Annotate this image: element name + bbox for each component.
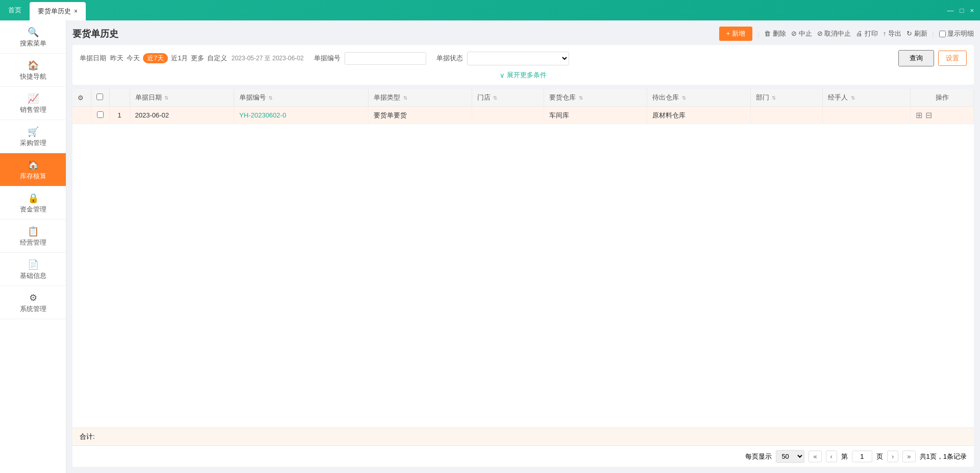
expand-filter-btn[interactable]: ∨ 展开更多条件 [500, 70, 547, 80]
filter-area: 单据日期 昨天 今天 近7天 近1月 更多 自定义 2023-05-27 至 2… [72, 45, 974, 85]
col-pending-wh[interactable]: 待出仓库 ⇅ [647, 89, 750, 107]
page-label: 第 [841, 452, 848, 461]
status-label: 单据状态 [436, 54, 463, 63]
row-view-icon[interactable]: ⊞ [916, 110, 922, 120]
row-doctype-cell: 要货单要货 [369, 107, 472, 124]
header-actions: + 新增 | 🗑 删除 ⊘ 中止 ⊘ 取消中止 🖨 打印 ↑ 导出 ↻ 刷新 |… [719, 27, 974, 41]
date-more[interactable]: 更多 [191, 54, 204, 63]
query-button[interactable]: 查询 [898, 50, 934, 66]
table-container: ⚙ 单据日期 ⇅ 单据编号 ⇅ [72, 89, 974, 467]
col-store[interactable]: 门店 ⇅ [472, 89, 544, 107]
sidebar-item-purchase-mgmt[interactable]: 🛒 采购管理 [0, 120, 66, 153]
sidebar-item-capital-mgmt[interactable]: 🔒 资金管理 [0, 186, 66, 220]
date-last7days[interactable]: 近7天 [143, 53, 168, 63]
col-doctype[interactable]: 单据类型 ⇅ [369, 89, 472, 107]
sort-icon: ⇅ [851, 95, 855, 101]
col-date[interactable]: 单据日期 ⇅ [130, 89, 234, 107]
sidebar: 🔍 搜索菜单 🏠 快捷导航 📈 销售管理 🛒 采购管理 🏠 库存核算 🔒 资金管… [0, 20, 66, 473]
print-button[interactable]: 🖨 打印 [856, 29, 878, 38]
page-input[interactable] [852, 451, 872, 462]
row-check-cell [91, 107, 109, 124]
pagination-bar: 每页显示 50 10 20 100 « ‹ 第 页 › » 共1页，1条记录 [72, 445, 974, 467]
sidebar-item-search-menu[interactable]: 🔍 搜索菜单 [0, 20, 66, 54]
close-tab-icon[interactable]: × [74, 8, 78, 15]
show-detail-checkbox[interactable]: 显示明细 [939, 29, 974, 38]
table-row: 1 2023-06-02 YH-20230602-0 要货单要货 车间库 原材料… [72, 107, 974, 124]
page-title: 要货单历史 [72, 28, 118, 40]
docno-link[interactable]: YH-20230602-0 [239, 111, 286, 119]
inventory-icon: 🏠 [28, 160, 39, 170]
window-close[interactable]: × [970, 7, 974, 14]
next-page-btn[interactable]: › [887, 451, 898, 462]
delete-button[interactable]: 🗑 删除 [764, 29, 786, 38]
row-handler-cell [823, 107, 911, 124]
sort-icon: ⇅ [682, 95, 686, 101]
lock-icon: 🔒 [28, 194, 39, 203]
sidebar-item-quick-nav[interactable]: 🏠 快捷导航 [0, 54, 66, 87]
date-filter-group: 单据日期 昨天 今天 近7天 近1月 更多 自定义 2023-05-27 至 2… [80, 53, 304, 63]
new-button[interactable]: + 新增 [719, 27, 752, 41]
col-settings[interactable]: ⚙ [72, 89, 91, 107]
export-button[interactable]: ↑ 导出 [883, 29, 901, 38]
per-page-select[interactable]: 50 10 20 100 [776, 450, 804, 463]
row-num-cell: 1 [109, 107, 130, 124]
row-action-cell: ⊞ ⊟ [911, 107, 974, 124]
sort-icon: ⇅ [772, 95, 776, 101]
cancel-stop-button[interactable]: ⊘ 取消中止 [817, 29, 851, 38]
table-footer: 合计: [72, 428, 974, 445]
cart-icon: 🛒 [28, 127, 39, 136]
last-page-btn[interactable]: » [902, 451, 915, 462]
col-handler[interactable]: 经手人 ⇅ [823, 89, 911, 107]
sidebar-item-sales-mgmt[interactable]: 📈 销售管理 [0, 87, 66, 120]
date-custom[interactable]: 自定义 [207, 54, 227, 63]
date-shortcuts: 昨天 今天 近7天 近1月 更多 自定义 [110, 53, 227, 63]
chart-icon: 📈 [28, 94, 39, 103]
window-maximize[interactable]: □ [960, 7, 964, 14]
row-docno-cell[interactable]: YH-20230602-0 [234, 107, 368, 124]
date-today[interactable]: 今天 [127, 54, 140, 63]
col-dept[interactable]: 部门 ⇅ [750, 89, 823, 107]
row-checkbox[interactable] [97, 111, 104, 118]
chevron-down-icon: ∨ [500, 72, 505, 79]
sidebar-item-inventory[interactable]: 🏠 库存核算 [0, 153, 66, 186]
col-action: 操作 [911, 89, 974, 107]
sort-icon: ⇅ [268, 95, 273, 101]
detail-checkbox[interactable] [939, 31, 946, 37]
page-suffix: 页 [876, 452, 883, 461]
sort-icon: ⇅ [493, 95, 497, 101]
refresh-button[interactable]: ↻ 刷新 [906, 29, 927, 38]
col-docno[interactable]: 单据编号 ⇅ [234, 89, 368, 107]
tab-home[interactable]: 首页 [0, 0, 30, 20]
docno-input[interactable] [345, 52, 426, 65]
row-date-cell: 2023-06-02 [130, 107, 234, 124]
window-minimize[interactable]: — [947, 7, 954, 14]
date-range-text: 2023-05-27 至 2023-06-02 [231, 54, 303, 63]
settings-button[interactable]: 设置 [938, 51, 967, 66]
status-filter-group: 单据状态 [436, 52, 569, 65]
sidebar-item-ops-mgmt[interactable]: 📋 经营管理 [0, 220, 66, 253]
row-edit-icon[interactable]: ⊟ [925, 110, 932, 120]
doc-icon: 📄 [28, 260, 39, 269]
search-icon: 🔍 [28, 28, 39, 37]
date-last1month[interactable]: 近1月 [171, 54, 188, 63]
select-all-checkbox[interactable] [96, 93, 103, 100]
date-label: 单据日期 [80, 54, 106, 63]
filter-row-1: 单据日期 昨天 今天 近7天 近1月 更多 自定义 2023-05-27 至 2… [80, 50, 967, 66]
stop-button[interactable]: ⊘ 中止 [791, 29, 812, 38]
per-page-label: 每页显示 [745, 452, 772, 461]
total-info: 共1页，1条记录 [920, 452, 967, 461]
row-settings-cell [72, 107, 91, 124]
col-num [109, 89, 130, 107]
sidebar-item-basic-info[interactable]: 📄 基础信息 [0, 253, 66, 286]
row-dept-cell [750, 107, 823, 124]
docno-filter-group: 单据编号 [314, 52, 426, 65]
tab-requisition-history[interactable]: 要货单历史 × [30, 2, 86, 20]
prev-page-btn[interactable]: ‹ [826, 451, 837, 462]
first-page-btn[interactable]: « [808, 451, 821, 462]
sidebar-item-system-mgmt[interactable]: ⚙ 系统管理 [0, 286, 66, 319]
page-header: 要货单历史 + 新增 | 🗑 删除 ⊘ 中止 ⊘ 取消中止 🖨 打印 ↑ 导出 … [72, 27, 974, 41]
col-req-wh[interactable]: 要货仓库 ⇅ [544, 89, 647, 107]
date-yesterday[interactable]: 昨天 [110, 54, 124, 63]
status-select[interactable] [467, 52, 569, 65]
sort-icon: ⇅ [164, 95, 168, 101]
